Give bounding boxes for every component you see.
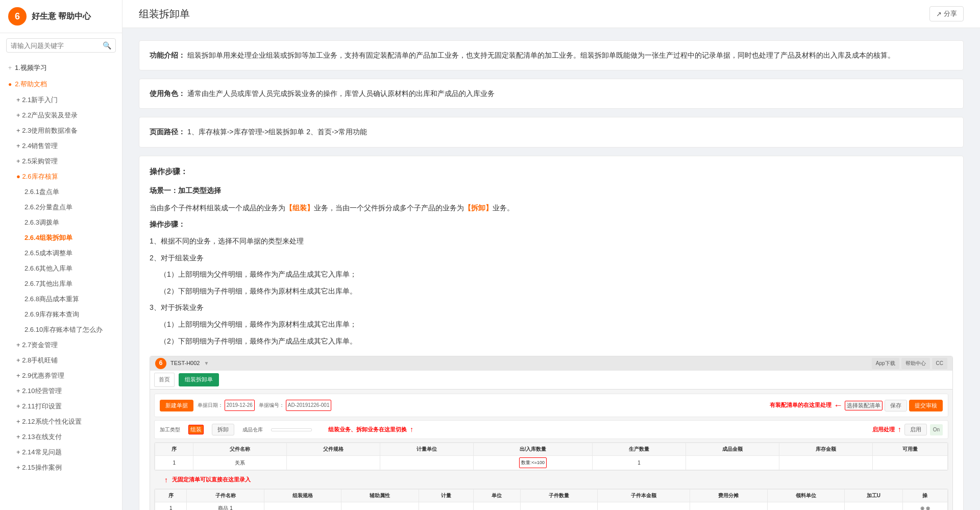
sidebar-item-newbie[interactable]: + 2.1新手入门 xyxy=(0,92,122,108)
sidebar-item-cases[interactable]: + 2.15操作案例 xyxy=(0,460,122,475)
annotation5-label: 无固定清单可以直接在这里录入 xyxy=(172,475,251,485)
role-label: 使用角色： xyxy=(150,89,185,98)
th-prod-qty: 生产数量 xyxy=(593,443,686,456)
mock-main-tab[interactable]: 组装拆卸单 xyxy=(179,373,219,386)
mock-docno-val: AD-20191226-001 xyxy=(286,400,332,411)
mock-window-title: TEST-H002 xyxy=(170,358,200,369)
search-box[interactable]: 🔍 xyxy=(6,38,116,53)
step1: 1、根据不同的业务，选择不同单据的类型来处理 xyxy=(150,234,953,248)
mock-enable-btn[interactable]: 启用 xyxy=(904,424,927,435)
sidebar: 6 好生意 帮助中心 🔍 + 1.视频学习 ● 2.帮助文档 + 2.1新手入门… xyxy=(0,0,122,510)
mock-select-bom-btn[interactable]: 选择装配清单 xyxy=(845,401,883,410)
sidebar-item-cost-adjust[interactable]: 2.6.5成本调整单 xyxy=(0,246,122,261)
logo-icon: 6 xyxy=(8,7,27,26)
table-row: 1 商品 1 ⊕ ⊗ xyxy=(155,502,948,510)
qty-annotated: 数量:<=100 xyxy=(519,457,547,468)
mock-home-tab[interactable]: 首页 xyxy=(154,373,175,387)
sidebar-item-mobile[interactable]: + 2.8手机旺铺 xyxy=(0,353,122,368)
app-name: 好生意 帮助中心 xyxy=(32,11,91,22)
sidebar-item-docs[interactable]: ● 2.帮助文档 xyxy=(0,76,122,92)
mock-toolbar: 新建单据 单据日期： 2019-12-26 单据编号： AD-20191226-… xyxy=(154,394,948,417)
role-text: 通常由生产人员或库管人员完成拆装业务的操作，库管人员确认原材料的出库和产成品的入… xyxy=(187,89,495,98)
mock-date-label: 单据日期 xyxy=(198,402,218,408)
mock-type-disassembly-btn[interactable]: 拆卸 xyxy=(212,424,234,435)
mock-help-btn[interactable]: 帮助中心 xyxy=(901,358,930,369)
collapse-icon: ● xyxy=(8,81,12,88)
search-input[interactable] xyxy=(11,42,103,50)
sidebar-item-inbound[interactable]: 2.6.6其他入库单 xyxy=(0,261,122,276)
mock-user-btn[interactable]: CC xyxy=(932,358,947,369)
mock-appstore-btn[interactable]: App下载 xyxy=(872,358,899,369)
sidebar-item-video[interactable]: + 1.视频学习 xyxy=(0,60,122,76)
main-content: 组装拆卸单 ↗ 分享 功能介绍： 组装拆卸单用来处理企业组装或拆卸等加工业务，支… xyxy=(122,0,980,510)
mock-logo: 6 xyxy=(155,358,166,369)
mock-sub-section: 序 子件名称 组装规格 辅助属性 计量 单位 子件数量 子件本金额 费用分摊 xyxy=(154,489,948,510)
sidebar-item-stock-query[interactable]: 2.6.9库存账本查询 xyxy=(0,307,122,322)
page-title: 组装拆卸单 xyxy=(139,7,190,21)
annotation3-label: 组装业务、拆卸业务在这里切换 xyxy=(328,425,407,435)
mock-docno-label: 单据编号 xyxy=(259,402,279,408)
sidebar-item-coupon[interactable]: + 2.9优惠券管理 xyxy=(0,368,122,383)
mock-sub-table: 序 子件名称 组装规格 辅助属性 计量 单位 子件数量 子件本金额 费用分摊 xyxy=(155,489,948,510)
sidebar-item-custom[interactable]: + 2.12系统个性化设置 xyxy=(0,414,122,429)
th-seq: 序 xyxy=(155,443,193,456)
path-label: 页面路径： xyxy=(150,128,185,136)
sidebar-item-data-prep[interactable]: + 2.3使用前数据准备 xyxy=(0,123,122,138)
scenario1-desc: 当由多个子件材料组装成一个成品的业务为【组装】业务，当由一个父件拆分成多个子产品… xyxy=(150,201,953,215)
annotation4-label: 启用处理 xyxy=(872,425,895,435)
sidebar-item-stock-split[interactable]: 2.6.2分量盘点单 xyxy=(0,200,122,215)
sidebar-item-cost-recalc[interactable]: 2.6.8商品成本重算 xyxy=(0,292,122,307)
sidebar-item-online-pay[interactable]: + 2.13在线支付 xyxy=(0,429,122,445)
intro-block: 功能介绍： 组装拆卸单用来处理企业组装或拆卸等加工业务，支持有固定装配清单的产品… xyxy=(139,40,964,70)
sidebar-item-finance[interactable]: + 2.7资金管理 xyxy=(0,337,122,353)
arrow4-icon: ↑ xyxy=(898,423,901,436)
mock-titlebar: 6 TEST-H002 ▼ App下载 帮助中心 CC xyxy=(150,356,952,371)
scenario1-title: 场景一：加工类型选择 xyxy=(150,184,953,197)
intro-label: 功能介绍： xyxy=(150,51,185,59)
step2-sub2: （2）下部明细为子件明细，最终作为原材料生成其它出库单。 xyxy=(150,284,953,298)
mock-on-label: On xyxy=(930,424,943,435)
ops-block: 操作步骤： 场景一：加工类型选择 当由多个子件材料组装成一个成品的业务为【组装】… xyxy=(139,156,964,510)
mock-warehouse-input[interactable] xyxy=(271,428,312,431)
sidebar-item-operation[interactable]: + 2.10经营管理 xyxy=(0,383,122,399)
share-button[interactable]: ↗ 分享 xyxy=(929,6,964,21)
path-block: 页面路径： 1、库存核算->库存管理->组装拆卸单 2、首页->常用功能 xyxy=(139,117,964,147)
screenshot-inner: 6 TEST-H002 ▼ App下载 帮助中心 CC 首页 xyxy=(150,356,952,510)
sidebar-item-stock-error[interactable]: 2.6.10库存账本错了怎么办 xyxy=(0,322,122,337)
arrow5-icon: ↑ xyxy=(164,474,168,487)
step3: 3、对于拆装业务 xyxy=(150,301,953,314)
mock-parent-table: 序 父件名称 父件规格 计量单位 出/入库数量 生产数量 成品金额 库存金额 可 xyxy=(155,443,948,470)
table-row: 1 关系 数量:<=100 1 xyxy=(155,456,948,470)
sidebar-item-install[interactable]: + 2.2产品安装及登录 xyxy=(0,108,122,123)
mock-date-val: 2019-12-26 xyxy=(225,400,255,411)
role-block: 使用角色： 通常由生产人员或库管人员完成拆装业务的操作，库管人员确认原材料的出库… xyxy=(139,79,964,109)
content-area: 功能介绍： 组装拆卸单用来处理企业组装或拆卸等加工业务，支持有固定装配清单的产品… xyxy=(122,28,980,510)
mock-save-btn[interactable]: 保存 xyxy=(885,400,907,411)
ops-steps-sub-label: 操作步骤： xyxy=(150,217,953,231)
arrow3-icon: ↑ xyxy=(410,423,413,436)
sidebar-item-faq[interactable]: + 2.14常见问题 xyxy=(0,445,122,460)
nav-section: + 1.视频学习 ● 2.帮助文档 + 2.1新手入门 + 2.2产品安装及登录… xyxy=(0,58,122,477)
mock-type-row: 加工类型 组装 拆卸 成品仓库 组装业务、拆卸业务在这里切换 ↑ 启用处理 xyxy=(154,420,948,439)
sidebar-item-outbound[interactable]: 2.6.7其他出库单 xyxy=(0,276,122,292)
mock-new-btn[interactable]: 新建单据 xyxy=(160,400,193,411)
th-parent-name: 父件名称 xyxy=(193,443,287,456)
arrow1-icon: ← xyxy=(834,397,843,414)
mock-submit-btn[interactable]: 提交审核 xyxy=(909,400,943,411)
sidebar-item-sales[interactable]: + 2.4销售管理 xyxy=(0,138,122,154)
intro-text: 组装拆卸单用来处理企业组装或拆卸等加工业务，支持有固定装配清单的产品加工业务，也… xyxy=(187,51,895,59)
search-icon[interactable]: 🔍 xyxy=(103,41,111,50)
sidebar-header: 6 好生意 帮助中心 xyxy=(0,0,122,33)
mock-type-assembly-btn[interactable]: 组装 xyxy=(188,425,204,434)
sidebar-item-print[interactable]: + 2.11打印设置 xyxy=(0,399,122,414)
sidebar-item-purchase[interactable]: + 2.5采购管理 xyxy=(0,154,122,169)
th-qty: 出/入库数量 xyxy=(473,443,592,456)
share-icon: ↗ xyxy=(936,10,942,18)
th-avail: 可用量 xyxy=(872,443,947,456)
sidebar-item-inventory[interactable]: ● 2.6库存核算 xyxy=(0,169,122,184)
sidebar-item-stock-check[interactable]: 2.6.1盘点单 xyxy=(0,184,122,200)
sidebar-item-adjust[interactable]: 2.6.3调拨单 xyxy=(0,215,122,230)
sidebar-item-assembly[interactable]: 2.6.4组装拆卸单 xyxy=(0,230,122,246)
mock-content: 新建单据 单据日期： 2019-12-26 单据编号： AD-20191226-… xyxy=(150,390,952,510)
th-prod-amt: 成品金额 xyxy=(686,443,779,456)
